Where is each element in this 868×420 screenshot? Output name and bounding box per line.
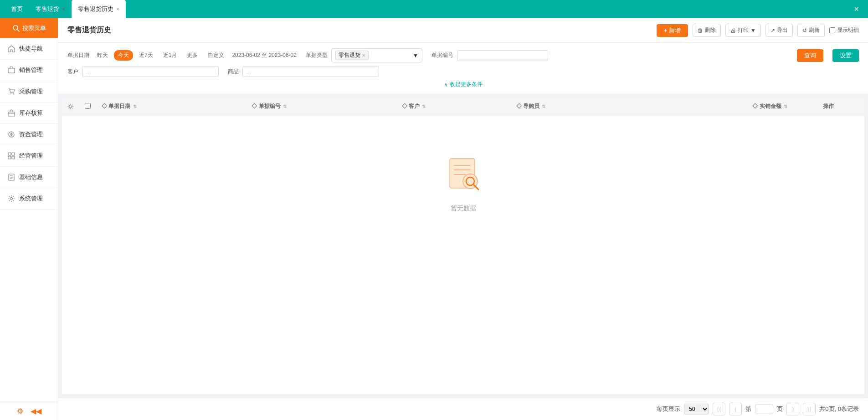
main-content: 零售退货历史 + 新增 🗑 删除 🖨 打印 ▼ ↗ 导出 ↺ [58,18,868,420]
svg-point-13 [70,106,72,108]
sidebar-item-finance-label: 资金管理 [19,130,43,138]
sort-icon-actual-amount: ⇅ [784,104,787,109]
date-btn-today[interactable]: 今天 [114,50,133,61]
page-first-button[interactable]: ⟨⟨ [713,403,725,415]
doc-type-select[interactable]: 零售退货 × ▼ [331,48,422,62]
sidebar-item-sales[interactable]: 销售管理 [0,60,58,81]
select-all-checkbox[interactable] [85,103,91,109]
sidebar-item-operations[interactable]: 经营管理 [0,145,58,167]
filter-row-2: 客户 ... 商品 ... [67,66,859,77]
doc-type-tag-close[interactable]: × [362,52,365,59]
tab-home-label: 首页 [11,5,23,13]
tab-retail-return[interactable]: 零售退货 × [29,0,72,18]
sidebar-item-quick-nav-label: 快捷导航 [19,45,43,53]
sidebar-item-base-info[interactable]: 基础信息 [0,167,58,188]
th-doc-no[interactable]: ◇ 单据编号 ⇅ [246,98,396,115]
collapse-button[interactable]: ∧ 收起更多条件 [444,81,483,88]
svg-rect-5 [8,112,15,116]
sort-icon-doc-no: ⇅ [283,104,287,109]
empty-state: 暂无数据 [62,115,864,249]
customer-filter-item: 客户 ... [67,66,219,77]
sidebar-item-purchase[interactable]: 采购管理 [0,81,58,102]
delete-icon: 🗑 [698,27,703,34]
date-btn-custom[interactable]: 自定义 [204,50,228,61]
goods-select[interactable]: ... [242,66,379,77]
header-actions: + 新增 🗑 删除 🖨 打印 ▼ ↗ 导出 ↺ 刷新 [657,24,859,37]
query-button[interactable]: 查询 [797,49,823,62]
sort-icon-guide: ⇅ [542,104,545,109]
date-btn-1month[interactable]: 近1月 [159,50,181,61]
page-label: 第 [745,405,751,413]
collapse-row: ∧ 收起更多条件 [67,81,859,88]
window-close-button[interactable]: × [849,5,863,14]
tab-list: 首页 零售退货 × 零售退货历史 × [5,0,849,18]
collapse-up-icon: ∧ [444,82,448,88]
page-prev-button[interactable]: ⟨ [729,403,742,415]
system-icon [7,195,15,203]
pagination: 每页显示 10 20 50 100 ⟨⟨ ⟨ 第 1 页 ⟩ ⟩⟩ 共0页, 0… [58,398,868,420]
svg-point-3 [10,93,11,94]
tab-home[interactable]: 首页 [5,0,29,18]
th-guide[interactable]: ◇ 导购员 ⇅ [511,98,643,115]
per-page-select[interactable]: 10 20 50 100 [684,404,709,415]
svg-rect-8 [12,153,15,155]
tab-retail-return-label: 零售退货 [36,5,59,13]
page-header: 零售退货历史 + 新增 🗑 删除 🖨 打印 ▼ ↗ 导出 ↺ [58,18,868,43]
th-customer-label: ◇ 客户 [402,103,420,109]
page-title: 零售退货历史 [67,26,111,35]
sidebar-item-sales-label: 销售管理 [19,66,43,74]
goods-filter-item: 商品 ... [228,66,379,77]
page-number-input[interactable]: 1 [755,404,773,414]
th-customer[interactable]: ◇ 客户 ⇅ [396,98,511,115]
customer-select[interactable]: ... [82,66,219,77]
home-icon [7,45,15,53]
page-last-button[interactable]: ⟩⟩ [803,403,816,415]
print-icon: 🖨 [730,27,736,34]
page-next-button[interactable]: ⟩ [786,403,799,415]
th-action-label: 操作 [823,103,834,109]
sidebar-item-quick-nav[interactable]: 快捷导航 [0,38,58,60]
column-setting-icon[interactable] [67,103,74,109]
th-doc-date[interactable]: ◇ 单据日期 ⇅ [96,98,246,115]
volume-icon[interactable]: ◀◀ [31,407,41,415]
date-btn-more[interactable]: 更多 [183,50,202,61]
sidebar-search[interactable]: 搜索菜单 [0,18,58,38]
date-btn-7days[interactable]: 近7天 [135,50,157,61]
svg-rect-2 [8,68,15,73]
doc-type-tag: 零售退货 × [335,51,369,60]
th-actual-amount[interactable]: ◇ 实销金额 ⇅ [643,98,793,115]
delete-button[interactable]: 🗑 删除 [693,24,721,37]
empty-text: 暂无数据 [451,205,476,213]
doc-no-label: 单据编号 [431,51,453,59]
sidebar-search-label: 搜索菜单 [22,24,46,32]
th-check[interactable] [79,98,96,115]
date-filter-buttons: 昨天 今天 近7天 近1月 更多 自定义 [93,50,228,61]
export-icon: ↗ [770,27,775,34]
export-button[interactable]: ↗ 导出 [765,24,793,37]
doc-no-input[interactable] [457,50,548,61]
sort-icon-customer: ⇅ [422,104,426,109]
data-table: ◇ 单据日期 ⇅ ◇ 单据编号 ⇅ ◇ 客户 ⇅ ◇ 导购员 [62,98,864,249]
th-setting[interactable] [62,98,79,115]
refresh-button[interactable]: ↺ 刷新 [797,24,825,37]
settings-bottom-icon[interactable]: ⚙ [17,407,23,415]
top-bar: 首页 零售退货 × 零售退货历史 × × [0,0,868,18]
tab-retail-return-history-close[interactable]: × [116,6,119,12]
sidebar-item-inventory[interactable]: 库存核算 [0,102,58,124]
print-button[interactable]: 🖨 打印 ▼ [725,24,761,37]
setting-button[interactable]: 设置 [832,49,859,62]
sidebar-item-finance[interactable]: 资金管理 [0,124,58,145]
new-button[interactable]: + 新增 [657,24,688,37]
date-btn-yesterday[interactable]: 昨天 [93,50,112,61]
tab-retail-return-close[interactable]: × [62,6,65,12]
search-icon [12,25,20,32]
doc-type-tag-label: 零售退货 [339,51,360,59]
show-detail-checkbox[interactable] [829,27,835,33]
doc-type-label: 单据类型 [306,51,328,59]
tab-retail-return-history[interactable]: 零售退货历史 × [72,0,126,18]
svg-point-12 [10,198,13,200]
print-dropdown-icon: ▼ [750,27,756,34]
sidebar-item-system[interactable]: 系统管理 [0,188,58,210]
layout: 搜索菜单 快捷导航 销售管理 [0,18,868,420]
show-detail-checkbox-label[interactable]: 显示明细 [829,26,859,34]
